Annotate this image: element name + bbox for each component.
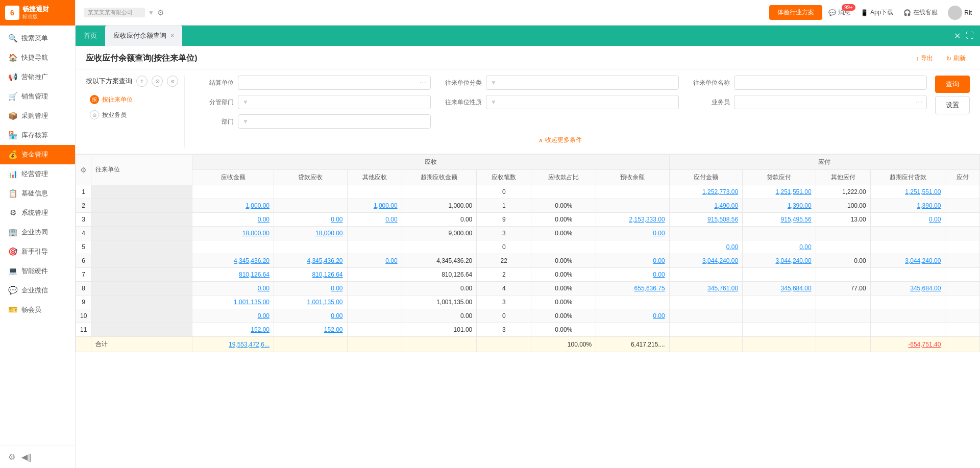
sidebar-item-inventory[interactable]: 🏪 库存核算 [0, 126, 75, 145]
sidebar-item-corp[interactable]: 🏢 企业协同 [0, 223, 75, 242]
filter-collapse-row[interactable]: ∧ 收起更多条件 [193, 133, 927, 147]
sidebar-item-wechat[interactable]: 💬 企业微信 [0, 281, 75, 300]
dept-manage-input[interactable]: ▼ [238, 95, 431, 109]
filter-unit-name: 往来单位名称 [689, 76, 927, 90]
page-header-actions: ↑ 导出 ↻ 刷新 [912, 52, 970, 65]
table-row: 30.000.000.000.0090.00%2,153,333.00915,5… [76, 213, 980, 227]
sidebar-item-base[interactable]: 📋 基础信息 [0, 184, 75, 203]
group-payable-header: 应付 [669, 155, 979, 170]
tab-home[interactable]: 首页 [76, 26, 105, 46]
corp-icon: 🏢 [8, 228, 17, 237]
sidebar-item-purchase[interactable]: 📦 采购管理 [0, 106, 75, 126]
username: Rit [964, 9, 972, 16]
chevron-up-icon: ∧ [538, 137, 543, 144]
sidebar-item-member[interactable]: 🎫 畅会员 [0, 300, 75, 319]
unit-name-input[interactable] [734, 76, 927, 90]
filter-add-button[interactable]: + [136, 76, 148, 87]
topbar-user[interactable]: Rit [948, 6, 972, 20]
tab-ar-ap[interactable]: 应收应付余额查询 × [105, 26, 182, 46]
refresh-button[interactable]: ↻ 刷新 [942, 52, 970, 65]
page-inner: 应收应付余额查询(按往来单位) ↑ 导出 ↻ 刷新 按 [76, 46, 980, 468]
settings-footer-icon[interactable]: ⚙ [8, 452, 15, 462]
query-button[interactable]: 查询 [935, 76, 970, 93]
col-partner-header: 往来单位 [91, 155, 192, 185]
table-col-settings-icon[interactable]: ⚙ [80, 166, 87, 174]
filter-settings-button[interactable]: ⊙ [152, 76, 163, 87]
topbar: 某某某某有限公司 ▼ ⚙ 体验行业方案 💬 消息 99+ 📱 App下载 🎧 在… [76, 0, 980, 26]
system-icon: ⚙ [8, 208, 17, 217]
marketing-icon: 📢 [8, 72, 17, 82]
table-row: 100.000.000.0000.00%0.00 [76, 309, 980, 323]
tab-close-icon[interactable]: × [170, 32, 174, 39]
page-content: 应收应付余额查询(按往来单位) ↑ 导出 ↻ 刷新 按 [76, 46, 980, 468]
sidebar-item-system[interactable]: ⚙ 系统管理 [0, 203, 75, 223]
sidebar-item-operation[interactable]: 📊 经营管理 [0, 164, 75, 184]
salesperson-input[interactable]: ··· [734, 95, 927, 109]
total-row: 合计 19,553,472,6... 100.00% 6,417,215.... [76, 337, 980, 352]
headset-icon: 🎧 [903, 9, 911, 16]
sidebar-item-guide[interactable]: 🎯 新手引导 [0, 242, 75, 261]
filter-unit-nature: 往来单位性质 ▼ [441, 95, 679, 109]
unit-nature-input[interactable]: ▼ [486, 95, 679, 109]
table-row: 64,345,436.204,345,436.200.004,345,436.2… [76, 254, 980, 268]
sidebar-item-finance[interactable]: 💰 资金管理 [0, 145, 75, 164]
sidebar-item-label: 营销推广 [21, 72, 48, 82]
label-settlement-unit: 结算单位 [193, 79, 234, 87]
filter-settlement-unit: 结算单位 ··· [193, 76, 431, 90]
sidebar-item-label: 基础信息 [21, 189, 48, 198]
dept-input[interactable]: ▼ [238, 114, 431, 129]
topbar-message[interactable]: 💬 消息 99+ [828, 8, 850, 17]
solution-button[interactable]: 体验行业方案 [769, 5, 822, 20]
sidebar-item-hardware[interactable]: 💻 智能硬件 [0, 261, 75, 281]
phone-icon: 📱 [861, 9, 868, 16]
search-icon: 🔍 [8, 34, 17, 43]
label-dept-manage: 分管部门 [193, 98, 234, 107]
filter-dept: 部门 ▼ [193, 114, 431, 129]
sidebar-item-marketing[interactable]: 📢 营销推广 [0, 67, 75, 87]
col-ap-overdue: 超期应付货款 [870, 170, 945, 185]
sidebar-item-quick-nav[interactable]: 🏠 快捷导航 [0, 48, 75, 67]
total-ar-amount[interactable]: 19,553,472,6... [192, 337, 274, 352]
avatar [948, 6, 962, 20]
sidebar-item-label: 新手引导 [21, 247, 48, 256]
base-icon: 📋 [8, 189, 17, 198]
topbar-chevron[interactable]: ▼ [148, 9, 154, 16]
settings-button[interactable]: 设置 [935, 96, 970, 114]
total-ap-overdue[interactable]: -654,751.40 [870, 337, 945, 352]
scheme-staff-icon: ⊙ [90, 110, 99, 119]
topbar-service[interactable]: 🎧 在线客服 [903, 8, 938, 17]
topbar-app[interactable]: 📱 App下载 [861, 8, 893, 17]
scheme-by-unit[interactable]: 按 按往来单位 [86, 93, 178, 106]
col-ar-overdue: 超期应收金额 [402, 170, 477, 185]
scheme-by-staff[interactable]: ⊙ 按业务员 [86, 108, 178, 121]
col-ap-other: 其他应付 [816, 170, 870, 185]
refresh-icon: ↻ [946, 55, 951, 62]
tab-ar-ap-label: 应收应付余额查询 [113, 31, 166, 40]
operation-icon: 📊 [8, 169, 17, 179]
col-ar-loan: 贷款应收 [274, 170, 347, 185]
tab-close-window-icon[interactable]: ✕ [954, 31, 961, 41]
tab-maximize-icon[interactable]: ⛶ [966, 31, 974, 40]
sidebar-item-label: 企业微信 [21, 286, 48, 295]
sidebar-item-label: 采购管理 [21, 111, 48, 120]
table-section: ⚙ 往来单位 应收 应付 应收金额 贷款应收 其他应收 超期应收金额 应收笔数 [76, 154, 980, 352]
sidebar-item-label: 系统管理 [21, 208, 48, 217]
settlement-unit-input[interactable]: ··· [238, 76, 431, 90]
topbar-gear[interactable]: ⚙ [157, 8, 164, 17]
unit-category-input[interactable]: ▼ [486, 76, 679, 90]
table-row: 21,000.001,000.001,000.0010.00%1,490.001… [76, 199, 980, 213]
export-button[interactable]: ↑ 导出 [912, 52, 937, 65]
sidebar-item-search[interactable]: 🔍 搜索菜单 [0, 29, 75, 48]
sidebar-item-sales[interactable]: 🛒 销售管理 [0, 87, 75, 106]
collapse-sidebar-icon[interactable]: ◀‖ [21, 452, 32, 462]
message-icon: 💬 [828, 9, 836, 16]
table-settings-header[interactable]: ⚙ [76, 155, 91, 185]
sidebar-footer: ⚙ ◀‖ [0, 446, 75, 468]
label-salesperson: 业务员 [689, 98, 730, 107]
filter-collapse-button[interactable]: « [167, 76, 178, 87]
logo-icon: 6 [5, 6, 19, 20]
filter-dept-manage: 分管部门 ▼ [193, 95, 431, 109]
sidebar-item-label: 经营管理 [21, 169, 48, 179]
company-name: 某某某某有限公司 [84, 8, 145, 17]
table-row: 80.000.000.0040.00%655,636.75345,761.003… [76, 282, 980, 295]
